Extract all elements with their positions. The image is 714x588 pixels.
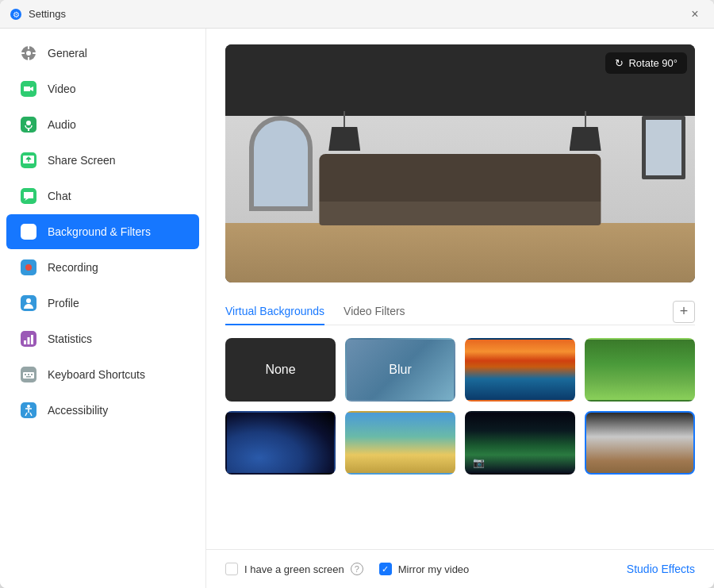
help-icon[interactable]: ? — [351, 563, 363, 575]
sidebar-item-general[interactable]: General — [6, 36, 199, 71]
settings-window: ⚙ Settings × General Video Audio — [0, 0, 714, 588]
room-window-right — [642, 116, 685, 179]
nav-label-background-filters: Background & Filters — [48, 225, 151, 238]
background-grid: None Blur — [225, 338, 695, 475]
nav-icon-recording — [19, 258, 38, 277]
svg-point-3 — [26, 51, 31, 56]
tabs-row: Virtual Backgrounds Video Filters + — [225, 298, 695, 325]
nav-icon-audio — [19, 115, 38, 134]
nav-label-keyboard-shortcuts: Keyboard Shortcuts — [48, 368, 145, 381]
main-content: ↻ Rotate 90° Virtual Backgrounds Video F… — [206, 29, 714, 549]
bg-beach[interactable] — [345, 411, 455, 475]
bg-aurora[interactable]: 📷 — [465, 411, 575, 475]
nav-label-share-screen: Share Screen — [48, 154, 116, 167]
video-preview: ↻ Rotate 90° — [225, 44, 695, 282]
svg-rect-4 — [28, 46, 29, 49]
svg-text:⚙: ⚙ — [13, 10, 20, 19]
settings-app-icon: ⚙ — [10, 8, 22, 21]
nav-label-general: General — [48, 47, 87, 60]
studio-effects-button[interactable]: Studio Effects — [627, 563, 695, 575]
sidebar-item-video[interactable]: Video — [6, 71, 199, 106]
svg-point-16 — [26, 228, 31, 233]
titlebar: ⚙ Settings × — [0, 0, 714, 29]
bg-space[interactable] — [225, 411, 336, 475]
nav-label-statistics: Statistics — [48, 332, 92, 345]
svg-rect-29 — [31, 374, 33, 375]
add-background-button[interactable]: + — [673, 301, 695, 323]
nav-icon-chat — [19, 186, 38, 206]
svg-point-18 — [25, 264, 32, 271]
mirror-video-label: Mirror my video — [398, 563, 470, 575]
nav-label-video: Video — [48, 83, 76, 95]
close-button[interactable]: × — [685, 5, 704, 24]
rotate-button[interactable]: ↻ Rotate 90° — [605, 52, 687, 74]
nav-label-recording: Recording — [48, 261, 98, 274]
svg-rect-22 — [24, 340, 26, 344]
svg-point-10 — [26, 121, 31, 125]
nav-icon-share-screen — [19, 151, 38, 170]
nav-icon-background-filters — [19, 222, 38, 241]
green-screen-group: I have a green screen ? — [225, 563, 363, 575]
mirror-video-checkbox[interactable] — [379, 563, 392, 575]
sidebar-item-recording[interactable]: Recording — [6, 250, 199, 285]
bg-bridge[interactable] — [465, 338, 575, 402]
tab-video-filters[interactable]: Video Filters — [344, 298, 405, 325]
green-screen-label: I have a green screen — [244, 563, 344, 575]
svg-point-20 — [26, 298, 31, 303]
tab-virtual-backgrounds[interactable]: Virtual Backgrounds — [225, 298, 324, 325]
sidebar-item-profile[interactable]: Profile — [6, 286, 199, 321]
nav-label-profile: Profile — [48, 297, 79, 309]
window-title: Settings — [29, 8, 685, 20]
nav-label-accessibility: Accessibility — [48, 404, 108, 417]
svg-rect-7 — [33, 52, 36, 54]
svg-rect-11 — [28, 129, 29, 131]
nav-icon-profile — [19, 294, 38, 313]
nav-icon-accessibility — [19, 401, 38, 420]
mirror-video-group: Mirror my video — [379, 563, 470, 575]
sidebar-item-chat[interactable]: Chat — [6, 179, 199, 213]
svg-rect-30 — [26, 376, 31, 378]
lamp-right — [570, 111, 601, 151]
svg-rect-23 — [28, 337, 30, 344]
svg-rect-28 — [28, 374, 29, 375]
svg-rect-5 — [28, 57, 29, 60]
nav-icon-keyboard-shortcuts — [19, 365, 38, 384]
bg-blur[interactable]: Blur — [345, 338, 455, 402]
bg-none[interactable]: None — [225, 338, 336, 402]
sidebar-item-accessibility[interactable]: Accessibility — [6, 393, 199, 428]
svg-rect-6 — [21, 52, 25, 54]
svg-point-32 — [27, 405, 30, 408]
nav-label-chat: Chat — [48, 190, 71, 202]
sidebar-item-audio[interactable]: Audio — [6, 107, 199, 142]
room-window-left — [249, 116, 313, 211]
rotate-icon: ↻ — [615, 57, 624, 69]
bg-none-label: None — [265, 363, 295, 377]
bg-blur-label: Blur — [389, 363, 411, 377]
nav-icon-general — [19, 44, 38, 63]
sofa — [319, 154, 601, 225]
content-area: General Video Audio Share Screen Chat — [0, 29, 714, 588]
green-screen-checkbox[interactable] — [225, 563, 238, 575]
sidebar-item-share-screen[interactable]: Share Screen — [6, 143, 199, 178]
lamp-left — [328, 111, 360, 151]
nav-icon-video — [19, 79, 38, 98]
sidebar-item-statistics[interactable]: Statistics — [6, 321, 199, 356]
rotate-label: Rotate 90° — [628, 57, 678, 69]
room-floor — [225, 223, 695, 282]
nav-label-audio: Audio — [48, 118, 76, 131]
bottom-controls: I have a green screen ? Mirror my video … — [206, 549, 714, 588]
svg-rect-27 — [25, 374, 26, 375]
bg-grass[interactable] — [585, 338, 695, 402]
video-camera-icon: 📷 — [473, 457, 485, 468]
nav-icon-statistics — [19, 329, 38, 348]
sidebar: General Video Audio Share Screen Chat — [0, 29, 206, 588]
sidebar-item-background-filters[interactable]: Background & Filters — [6, 214, 199, 249]
bg-room[interactable] — [585, 411, 695, 475]
svg-rect-24 — [31, 335, 33, 344]
sidebar-item-keyboard-shortcuts[interactable]: Keyboard Shortcuts — [6, 357, 199, 392]
